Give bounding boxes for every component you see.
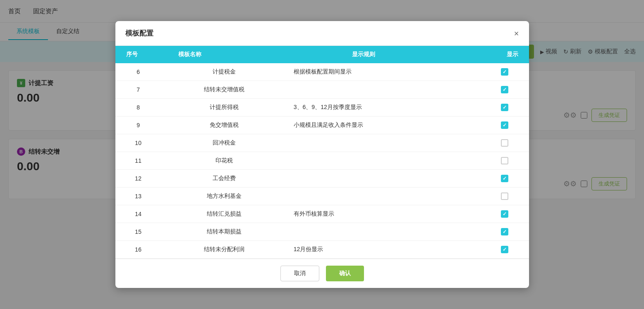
row-checkbox-cell	[481, 223, 529, 241]
modal-template-config: 模板配置 × 序号 模板名称 显示规则 显示 6计提税金根据模板配置期间显示7结…	[115, 21, 529, 288]
row-rule	[287, 223, 481, 241]
table-scroll-area[interactable]: 6计提税金根据模板配置期间显示7结转未交增值税8计提所得税3、6、9、12月按季…	[115, 63, 529, 259]
row-rule	[287, 170, 481, 188]
row-id: 9	[115, 116, 161, 134]
row-checkbox-cell	[481, 63, 529, 81]
table-row: 11印花税	[115, 152, 529, 170]
modal-footer: 取消 确认	[115, 259, 529, 288]
col-header-id: 序号	[115, 46, 148, 63]
row-name: 结转本期损益	[161, 223, 287, 241]
cancel-button[interactable]: 取消	[280, 266, 319, 281]
row-id: 13	[115, 188, 161, 205]
modal-title: 模板配置	[125, 29, 153, 38]
table-row: 13地方水利基金	[115, 188, 529, 205]
col-header-show: 显示	[496, 46, 529, 63]
row-checkbox[interactable]	[501, 121, 508, 129]
row-id: 7	[115, 81, 161, 99]
col-header-name: 模板名称	[148, 46, 231, 63]
row-id: 6	[115, 63, 161, 81]
confirm-button[interactable]: 确认	[326, 266, 364, 281]
row-checkbox[interactable]	[501, 104, 508, 111]
table-row: 8计提所得税3、6、9、12月按季度显示	[115, 99, 529, 116]
modal-close-button[interactable]: ×	[514, 29, 519, 38]
row-id: 10	[115, 134, 161, 152]
row-id: 12	[115, 170, 161, 188]
row-id: 15	[115, 223, 161, 241]
row-rule: 有外币核算显示	[287, 205, 481, 223]
row-name: 工会经费	[161, 170, 287, 188]
row-checkbox-cell	[481, 241, 529, 259]
row-checkbox-cell	[481, 152, 529, 170]
row-name: 地方水利基金	[161, 188, 287, 205]
row-rule: 小规模且满足收入条件显示	[287, 116, 481, 134]
row-checkbox-cell	[481, 188, 529, 205]
row-checkbox-cell	[481, 170, 529, 188]
table-row: 10回冲税金	[115, 134, 529, 152]
row-name: 结转未分配利润	[161, 241, 287, 259]
row-name: 计提税金	[161, 63, 287, 81]
table-row: 6计提税金根据模板配置期间显示	[115, 63, 529, 81]
row-checkbox[interactable]	[501, 193, 508, 200]
row-name: 结转汇兑损益	[161, 205, 287, 223]
row-checkbox-cell	[481, 205, 529, 223]
table-row: 15结转本期损益	[115, 223, 529, 241]
row-name: 结转未交增值税	[161, 81, 287, 99]
row-id: 8	[115, 99, 161, 116]
row-checkbox[interactable]	[501, 157, 508, 164]
row-checkbox-cell	[481, 116, 529, 134]
row-rule	[287, 81, 481, 99]
config-table: 序号 模板名称 显示规则 显示	[115, 46, 529, 63]
table-row: 16结转未分配利润12月份显示	[115, 241, 529, 259]
row-name: 计提所得税	[161, 99, 287, 116]
row-checkbox-cell	[481, 99, 529, 116]
table-row: 7结转未交增值税	[115, 81, 529, 99]
row-id: 14	[115, 205, 161, 223]
row-name: 免交增值税	[161, 116, 287, 134]
row-checkbox-cell	[481, 134, 529, 152]
row-checkbox[interactable]	[501, 210, 508, 218]
row-checkbox[interactable]	[501, 228, 508, 235]
row-rule: 根据模板配置期间显示	[287, 63, 481, 81]
col-header-rule: 显示规则	[231, 46, 496, 63]
row-checkbox-cell	[481, 81, 529, 99]
row-checkbox[interactable]	[501, 139, 508, 147]
row-rule	[287, 152, 481, 170]
row-id: 16	[115, 241, 161, 259]
row-id: 11	[115, 152, 161, 170]
table-row: 9免交增值税小规模且满足收入条件显示	[115, 116, 529, 134]
row-rule: 12月份显示	[287, 241, 481, 259]
row-checkbox[interactable]	[501, 86, 508, 93]
table-row: 14结转汇兑损益有外币核算显示	[115, 205, 529, 223]
row-rule	[287, 188, 481, 205]
modal-header: 模板配置 ×	[115, 21, 529, 46]
row-checkbox[interactable]	[501, 175, 508, 182]
row-rule	[287, 134, 481, 152]
row-checkbox[interactable]	[501, 246, 508, 253]
row-name: 回冲税金	[161, 134, 287, 152]
table-row: 12工会经费	[115, 170, 529, 188]
row-name: 印花税	[161, 152, 287, 170]
config-table-body: 6计提税金根据模板配置期间显示7结转未交增值税8计提所得税3、6、9、12月按季…	[115, 63, 529, 259]
modal-body: 序号 模板名称 显示规则 显示 6计提税金根据模板配置期间显示7结转未交增值税8…	[115, 46, 529, 259]
row-checkbox[interactable]	[501, 68, 508, 76]
row-rule: 3、6、9、12月按季度显示	[287, 99, 481, 116]
